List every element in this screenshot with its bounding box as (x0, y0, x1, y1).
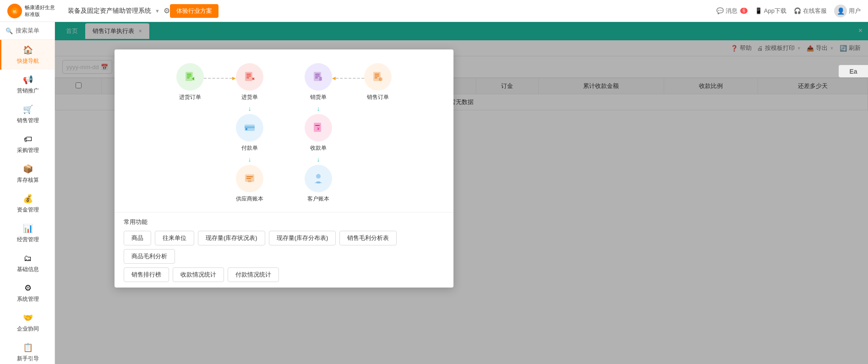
func-btn-stock-status[interactable]: 现存量(库存状况表) (198, 231, 265, 245)
system-dropdown-arrow[interactable]: ▼ (155, 8, 160, 14)
search-menu[interactable]: 🔍 搜索菜单 (0, 22, 55, 40)
sidebar-item-system[interactable]: ⚙ 系统管理 (0, 278, 55, 308)
user-btn[interactable]: 👤 用户 (834, 5, 861, 17)
experience-btn[interactable]: 体验行业方案 (170, 4, 218, 18)
sidebar-item-marketing[interactable]: 📢 营销推广 (0, 70, 55, 99)
system-selector[interactable]: 装备及固定资产辅助管理系统 ▼ ⚙ (68, 6, 170, 15)
flow-node-purchase-order[interactable]: 进货订单 (176, 63, 204, 101)
purchase-bill-icon (236, 63, 263, 91)
user-avatar: 👤 (834, 5, 847, 17)
user-ea-badge: Ea (839, 65, 868, 77)
functions-title: 常用功能 (124, 212, 444, 226)
svg-rect-18 (375, 77, 377, 78)
svg-rect-4 (187, 76, 191, 76)
sidebar-item-enterprise[interactable]: 🤝 企业协同 (0, 308, 55, 337)
top-header: 畅 畅康通好生意 标准版 装备及固定资产辅助管理系统 ▼ ⚙ 体验行业方案 💬 … (0, 0, 868, 22)
svg-rect-9 (246, 77, 249, 78)
functions-grid-2: 销售排行榜 收款情况统计 付款情况统计 (124, 267, 444, 282)
svg-rect-5 (187, 77, 190, 78)
func-btn-stock-dist[interactable]: 现存量(库存分布表) (269, 231, 336, 245)
svg-rect-21 (245, 126, 255, 128)
flow-node-purchase-bill[interactable]: 进货单 (236, 63, 263, 101)
svg-rect-28 (246, 178, 251, 179)
online-service-label: 在线客服 (803, 7, 827, 15)
guide-icon: 📋 (22, 342, 33, 353)
svg-rect-31 (317, 181, 320, 184)
sidebar-item-basic-info[interactable]: 🗂 基础信息 (0, 248, 55, 278)
receipt-bill-icon: ¥ (305, 114, 332, 141)
svg-rect-22 (246, 128, 247, 130)
customer-account-icon (305, 165, 332, 192)
operations-icon: 📊 (22, 223, 33, 234)
svg-rect-11 (315, 74, 320, 75)
func-btn-product-profit[interactable]: 商品毛利分析 (124, 249, 175, 264)
func-btn-sales-ranking[interactable]: 销售排行榜 (124, 267, 169, 282)
svg-rect-14 (319, 77, 322, 81)
flow-node-receipt-bill[interactable]: ¥ 收款单 (305, 114, 332, 152)
sales-bill-icon (305, 63, 332, 91)
enterprise-icon: 🤝 (22, 312, 33, 323)
basic-info-icon: 🗂 (22, 253, 33, 264)
functions-grid: 商品 往来单位 现存量(库存状况表) 现存量(库存分布表) 销售毛利分析表 商品… (124, 231, 444, 264)
svg-rect-7 (246, 74, 251, 75)
app-download-label: App下载 (764, 7, 786, 15)
sales-order-label: 销售订单 (367, 93, 389, 101)
sidebar-item-sales[interactable]: 🛒 销售管理 (0, 99, 55, 129)
flow-section: 进货订单 ▶ (115, 49, 453, 212)
sidebar-item-operations[interactable]: 📊 经营管理 (0, 218, 55, 248)
payment-bill-label: 付款单 (241, 144, 258, 152)
svg-text:¥: ¥ (317, 126, 320, 131)
content-area: 首页 销售订单执行表 × × ❓ 帮助 🖨 按模板打印 ▼ (55, 22, 868, 364)
quick-nav-modal: 进货订单 ▶ (115, 49, 453, 288)
purchase-icon: 🏷 (22, 134, 33, 145)
search-icon: 🔍 (5, 27, 13, 34)
svg-point-30 (316, 174, 321, 179)
marketing-icon: 📢 (22, 74, 33, 85)
finance-icon: 💰 (22, 193, 33, 204)
svg-rect-12 (315, 76, 320, 76)
supplier-account-icon (236, 165, 263, 192)
flow-node-sales-order[interactable]: 销售订单 (364, 63, 392, 101)
app-download-btn[interactable]: 📱 App下载 (755, 7, 786, 15)
modal-overlay: 进货订单 ▶ (55, 22, 868, 364)
svg-rect-13 (315, 77, 318, 78)
svg-rect-29 (248, 180, 251, 182)
message-btn[interactable]: 💬 消息 6 (716, 7, 748, 15)
flow-node-sales-bill[interactable]: 销货单 (305, 63, 332, 101)
sidebar-item-finance[interactable]: 💰 资金管理 (0, 189, 55, 218)
flow-node-supplier-account[interactable]: 供应商账本 (236, 165, 263, 203)
sidebar-item-quick-nav[interactable]: 🏠 快捷导航 (0, 40, 55, 70)
flow-node-customer-account[interactable]: 客户账本 (305, 165, 332, 203)
sales-icon: 🛒 (22, 104, 33, 115)
sales-bill-label: 销货单 (310, 93, 327, 101)
sidebar-item-inventory[interactable]: 📦 库存核算 (0, 159, 55, 189)
online-service-btn[interactable]: 🎧 在线客服 (794, 7, 827, 15)
header-right: 💬 消息 6 📱 App下载 🎧 在线客服 👤 用户 (716, 5, 861, 17)
func-btn-sales-profit[interactable]: 销售毛利分析表 (339, 231, 397, 245)
payment-bill-icon (236, 114, 263, 141)
message-icon: 💬 (716, 7, 724, 14)
system-title: 装备及固定资产辅助管理系统 (68, 7, 151, 15)
svg-point-19 (379, 77, 382, 81)
settings-icon[interactable]: ⚙ (164, 6, 170, 15)
func-btn-receipt-stats[interactable]: 收款情况统计 (173, 267, 224, 282)
app-icon: 📱 (755, 7, 762, 14)
modal-scroll[interactable]: 进货订单 ▶ (115, 49, 453, 288)
system-icon: ⚙ (22, 283, 33, 293)
sidebar: 🔍 搜索菜单 🏠 快捷导航 📢 营销推广 🛒 销售管理 🏷 采购管理 📦 库存核… (0, 22, 55, 364)
func-btn-contacts[interactable]: 往来单位 (155, 231, 194, 245)
logo-text: 畅康通好生意 标准版 (25, 4, 55, 17)
message-badge: 6 (740, 8, 748, 14)
svg-rect-17 (375, 76, 379, 76)
user-label: 用户 (849, 7, 861, 15)
customer-account-label: 客户账本 (307, 195, 329, 203)
sidebar-item-purchase[interactable]: 🏷 采购管理 (0, 129, 55, 159)
inventory-icon: 📦 (22, 163, 33, 174)
func-btn-product[interactable]: 商品 (124, 231, 151, 245)
sidebar-item-guide[interactable]: 📋 新手引导 (0, 337, 55, 364)
svg-rect-8 (246, 76, 251, 76)
quick-nav-icon: 🏠 (22, 44, 33, 55)
flow-node-payment-bill[interactable]: 付款单 (236, 114, 263, 152)
func-btn-payment-stats[interactable]: 付款情况统计 (228, 267, 279, 282)
supplier-account-label: 供应商账本 (236, 195, 263, 203)
